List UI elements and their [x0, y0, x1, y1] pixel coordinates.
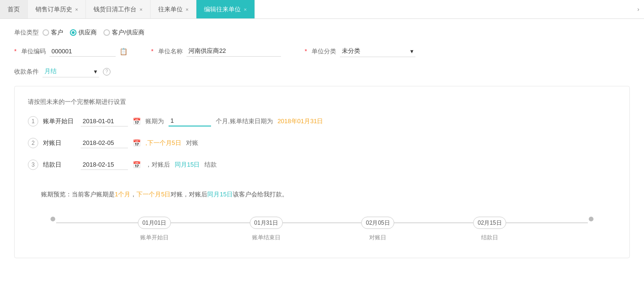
card-title: 请按照未来的一个完整帐期进行设置 — [28, 98, 616, 106]
radio-supplier[interactable]: 供应商 — [70, 28, 97, 37]
tab-home-label: 首页 — [8, 5, 20, 14]
tab-cash-work[interactable]: 钱货日清工作台 × — [86, 0, 150, 18]
unit-name-required: * — [151, 48, 153, 55]
unit-type-label: 单位类型 — [14, 28, 39, 37]
timeline-dot-2: 02月05日 — [361, 217, 394, 229]
unit-class-value: 未分类 — [342, 47, 408, 55]
radio-both[interactable]: 客户/供应商 — [103, 28, 144, 37]
row-2-suffix-highlight: ,下一个月5日 — [145, 139, 181, 147]
row-2-suffix-normal: 对账 — [186, 139, 198, 147]
radio-customer[interactable]: 客户 — [42, 28, 63, 37]
unit-class-select[interactable]: 未分类 ▾ — [340, 45, 415, 57]
settings-card: 请按照未来的一个完整帐期进行设置 1 账单开始日 📅 账期为 个月,账单结束日期… — [14, 86, 630, 258]
timeline-right-end-dot — [589, 217, 593, 221]
row-1-period-input[interactable] — [169, 116, 211, 127]
payment-help-icon[interactable]: ? — [103, 68, 110, 76]
tab-home[interactable]: 首页 — [0, 0, 28, 18]
tab-cash-work-close[interactable]: × — [139, 7, 142, 12]
timeline-desc-1: 账单结束日 — [252, 234, 280, 242]
tab-edit-unit[interactable]: 编辑往来单位 × — [196, 0, 254, 18]
radio-supplier-label: 供应商 — [78, 28, 97, 37]
payment-field: 收款条件 月结 ▾ ? — [14, 66, 110, 77]
timeline-dot-0: 01月01日 — [138, 217, 171, 229]
payment-select[interactable]: 月结 ▾ — [42, 66, 99, 77]
payment-row: 收款条件 月结 ▾ ? — [14, 66, 630, 77]
unit-code-required: * — [14, 48, 17, 55]
unit-code-icon[interactable]: 📋 — [119, 48, 127, 55]
preview-section: 账期预览：当前客户账期是1个月，下一个月5日对账，对账后同月15日该客户会给我打… — [28, 181, 616, 207]
timeline-label-2: 02月05日 — [366, 219, 390, 227]
timeline-item-3: 02月15日 结款日 — [473, 217, 506, 242]
tab-edit-unit-close[interactable]: × — [244, 7, 246, 12]
row-3-calendar-icon[interactable]: 📅 — [133, 161, 141, 169]
timeline-label-0: 01月01日 — [142, 219, 166, 227]
payment-chevron-icon: ▾ — [94, 68, 97, 75]
preview-text: 账期预览：当前客户账期是1个月，下一个月5日对账，对账后同月15日该客户会给我打… — [41, 189, 603, 200]
unit-code-input[interactable] — [50, 46, 116, 57]
radio-customer-circle — [42, 29, 49, 36]
unit-name-label: 单位名称 — [158, 47, 183, 56]
timeline-desc-0: 账单开始日 — [140, 234, 169, 242]
main-content: 单位类型 客户 供应商 客户/供应商 * 单位编码 — [0, 19, 644, 287]
tab-sales-history[interactable]: 销售订单历史 × — [28, 0, 86, 18]
unit-code-label: 单位编码 — [21, 47, 46, 56]
row-3-suffix-prefix: ，对账后 — [145, 160, 170, 169]
payment-value: 月结 — [44, 67, 92, 76]
row-2-calendar-icon[interactable]: 📅 — [133, 139, 141, 147]
payment-label: 收款条件 — [14, 68, 39, 76]
row-1-num: 1 — [28, 116, 38, 127]
timeline-label-3: 02月15日 — [478, 219, 502, 227]
row-1-period-suffix: 个月,账单结束日期为 — [216, 117, 273, 126]
tab-bar: 首页 销售订单历史 × 钱货日清工作台 × 往来单位 × 编辑往来单位 × › — [0, 0, 644, 19]
timeline-items: 01月01日 账单开始日 01月31日 账单结束日 02月05日 对账日 — [41, 217, 603, 242]
row-1-period-prefix: 账期为 — [145, 117, 164, 126]
timeline-item-2: 02月05日 对账日 — [361, 217, 394, 242]
tab-sales-history-close[interactable]: × — [75, 7, 78, 12]
timeline-wrapper: 01月01日 账单开始日 01月31日 账单结束日 02月05日 对账日 — [28, 207, 616, 246]
radio-supplier-circle — [70, 29, 76, 36]
timeline-item-0: 01月01日 账单开始日 — [138, 217, 171, 242]
row-3-field: 结款日 — [43, 160, 76, 169]
preview-p3-suffix: 该客户会给我打款。 — [233, 191, 288, 198]
tab-unit[interactable]: 往来单位 × — [151, 0, 196, 18]
unit-class-field: * 单位分类 未分类 ▾ — [305, 45, 415, 57]
row-3-suffix-normal: 结款 — [204, 160, 217, 169]
setting-row-1: 1 账单开始日 📅 账期为 个月,账单结束日期为 2018年01月31日 — [28, 116, 616, 127]
timeline-desc-2: 对账日 — [369, 234, 386, 242]
timeline-item-1: 01月31日 账单结束日 — [250, 217, 283, 242]
radio-customer-label: 客户 — [51, 28, 63, 37]
unit-class-required: * — [305, 48, 307, 55]
preview-p2-suffix: 对账，对账后 — [170, 191, 207, 198]
timeline-desc-3: 结款日 — [481, 234, 498, 242]
preview-p3: 同月15日 — [207, 191, 232, 198]
timeline-left-end-dot — [51, 217, 55, 221]
setting-row-3: 3 结款日 📅 ，对账后 同月15日 结款 — [28, 160, 616, 170]
tab-cash-work-label: 钱货日清工作台 — [93, 5, 136, 14]
tab-unit-close[interactable]: × — [186, 7, 188, 12]
row-1-calendar-icon[interactable]: 📅 — [133, 118, 141, 125]
row-3-date-input[interactable] — [81, 160, 128, 170]
tab-edit-unit-label: 编辑往来单位 — [204, 5, 241, 14]
unit-class-chevron-icon: ▾ — [410, 48, 414, 55]
row-3-suffix-highlight: 同月15日 — [175, 160, 200, 169]
timeline-dot-3: 02月15日 — [473, 217, 506, 229]
tab-sales-history-label: 销售订单历史 — [35, 5, 72, 14]
preview-prefix: 账期预览：当前客户账期是 — [41, 191, 115, 198]
unit-name-input[interactable] — [186, 46, 281, 57]
row-2-num: 2 — [28, 138, 38, 148]
row-1-date-input[interactable] — [81, 116, 128, 127]
unit-class-label: 单位分类 — [312, 47, 336, 56]
row-2-date-input[interactable] — [81, 138, 128, 148]
preview-p2: 下一个月5日 — [136, 191, 170, 198]
setting-row-2: 2 对账日 📅 ,下一个月5日 对账 — [28, 138, 616, 148]
tab-unit-label: 往来单位 — [158, 5, 183, 14]
unit-name-field: * 单位名称 — [151, 46, 281, 57]
timeline-label-1: 01月31日 — [254, 219, 278, 227]
unit-code-field: * 单位编码 📋 — [14, 46, 127, 57]
row-3-num: 3 — [28, 160, 38, 170]
timeline-end-dot — [589, 217, 593, 242]
row-1-period-end: 2018年01月31日 — [278, 117, 323, 126]
radio-both-label: 客户/供应商 — [112, 28, 144, 37]
unit-info-row: * 单位编码 📋 * 单位名称 * 单位分类 未分类 ▾ — [14, 45, 630, 57]
tab-more-button[interactable]: › — [633, 0, 644, 18]
